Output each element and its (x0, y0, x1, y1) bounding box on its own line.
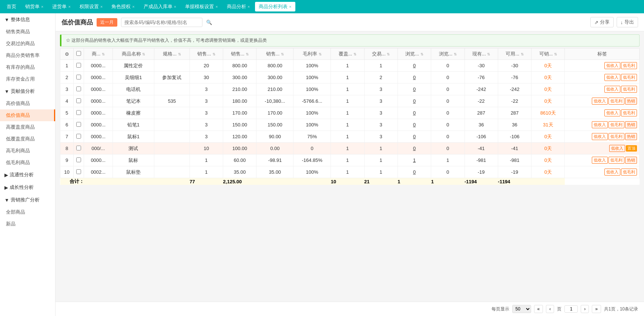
search-icon[interactable]: 🔍 (206, 20, 212, 25)
close-icon[interactable]: × (100, 4, 103, 9)
next-page-button[interactable]: › (581, 305, 589, 313)
row-sales3: 150.00 (256, 119, 294, 131)
sidebar-item-new-products[interactable]: 新品 (0, 218, 55, 230)
sidebar-item-stock-products[interactable]: 有库存的商品 (0, 61, 55, 73)
nav-home[interactable]: 首页 (3, 2, 20, 11)
col-margin[interactable]: 毛利率 ⇅ (294, 48, 331, 60)
row-views1[interactable]: 0 (398, 107, 431, 119)
col-sellable[interactable]: 可销... ⇅ (531, 48, 565, 60)
nav-product-analysis[interactable]: 商品分析 × (223, 2, 254, 11)
sidebar-group-contribution[interactable]: ▼ 贡献值分析 (0, 85, 55, 98)
col-coverage[interactable]: 覆盖... ⇅ (331, 48, 364, 60)
row-views1[interactable]: 1 (398, 154, 431, 166)
row-select-checkbox[interactable] (76, 86, 81, 91)
sidebar-group-growth[interactable]: ▶ 成长性分析 (0, 181, 55, 194)
row-views1[interactable]: 0 (398, 143, 431, 154)
row-checkbox[interactable] (74, 95, 84, 107)
sidebar-item-sales-products[interactable]: 销售类商品 (0, 26, 55, 38)
nav-template-settings[interactable]: 单据模板设置 × (181, 2, 221, 11)
sidebar-item-traded-products[interactable]: 交易过的商品 (0, 38, 55, 50)
col-available-stock[interactable]: 可用... ⇅ (498, 48, 531, 60)
sidebar-item-category-sales-rate[interactable]: 商品分类销售率 (0, 50, 55, 61)
share-icon: ⇗ (594, 20, 598, 25)
row-checkbox[interactable] (74, 60, 84, 72)
row-checkbox[interactable] (74, 166, 84, 178)
share-button[interactable]: ⇗ 分享 (590, 17, 614, 27)
export-button[interactable]: ↓ 导出 (617, 17, 638, 27)
col-code[interactable]: 商... ⇅ (84, 48, 113, 60)
sidebar-item-high-margin[interactable]: 高毛利商品 (0, 145, 55, 157)
col-sales1[interactable]: 销售... ⇅ (189, 48, 223, 60)
close-icon[interactable]: × (289, 4, 291, 9)
nav-sales-order[interactable]: 销货单 × (21, 2, 47, 11)
col-sales3[interactable]: 销售... ⇅ (256, 48, 294, 60)
col-name[interactable]: 商品名称 ⇅ (113, 48, 154, 60)
first-page-button[interactable]: « (534, 305, 543, 313)
sidebar-group-marketing[interactable]: ▼ 营销推广分析 (0, 194, 55, 206)
search-input[interactable] (121, 18, 202, 27)
row-select-checkbox[interactable] (76, 98, 81, 103)
row-coverage: 1 (331, 166, 364, 178)
row-views1[interactable]: 0 (398, 72, 431, 84)
col-settings[interactable]: ⚙ (60, 48, 74, 60)
col-sales2[interactable]: 销售... ⇅ (223, 48, 256, 60)
row-select-checkbox[interactable] (76, 122, 81, 127)
sidebar-item-low-coverage[interactable]: 低覆盖度商品 (0, 133, 55, 145)
row-checkbox[interactable] (74, 72, 84, 84)
close-icon[interactable]: × (41, 4, 43, 9)
page-number-input[interactable] (564, 305, 578, 313)
row-views1[interactable]: 0 (398, 95, 431, 107)
nav-permissions[interactable]: 权限设置 × (76, 2, 106, 11)
col-current-stock[interactable]: 现有... ⇅ (464, 48, 498, 60)
select-all-checkbox[interactable] (76, 51, 81, 56)
close-icon[interactable]: × (215, 4, 218, 9)
col-spec[interactable]: 规格... ⇅ (154, 48, 190, 60)
sidebar-item-low-value[interactable]: 低价值商品 (0, 109, 55, 121)
col-views2[interactable]: 浏览... ⇅ (431, 48, 464, 60)
data-table-container[interactable]: ⚙ 商... ⇅ 商品名称 ⇅ 规格... ⇅ 销售... ⇅ 销售... ⇅ … (60, 48, 640, 302)
row-checkbox[interactable] (74, 154, 84, 166)
close-icon[interactable]: × (132, 4, 134, 9)
col-transactions[interactable]: 交易... ⇅ (364, 48, 398, 60)
row-views1[interactable]: 0 (398, 84, 431, 95)
row-checkbox[interactable] (74, 84, 84, 95)
close-icon[interactable]: × (174, 4, 176, 9)
close-icon[interactable]: × (68, 4, 70, 9)
col-checkbox[interactable] (74, 48, 84, 60)
row-no: 1 (60, 60, 74, 72)
sidebar-item-high-coverage[interactable]: 高覆盖度商品 (0, 121, 55, 133)
sidebar-group-overview[interactable]: ▼ 整体信息 (0, 13, 55, 26)
sidebar-group-liquidity[interactable]: ▶ 流通性分析 (0, 169, 55, 181)
col-views1[interactable]: 浏览... ⇅ (398, 48, 431, 60)
row-select-checkbox[interactable] (76, 146, 81, 150)
prev-page-button[interactable]: ‹ (546, 305, 554, 313)
row-views1[interactable]: 0 (398, 119, 431, 131)
row-views1[interactable]: 0 (398, 131, 431, 143)
sidebar-item-all-products[interactable]: 全部商品 (0, 206, 55, 218)
filter-period-button[interactable]: 近一月 (97, 18, 117, 27)
row-checkbox[interactable] (74, 131, 84, 143)
row-checkbox[interactable] (74, 107, 84, 119)
row-checkbox[interactable] (74, 119, 84, 131)
sidebar-item-high-value[interactable]: 高价值商品 (0, 98, 55, 109)
row-select-checkbox[interactable] (76, 75, 81, 79)
per-page-select[interactable]: 50 100 200 (512, 305, 531, 313)
row-select-checkbox[interactable] (76, 110, 81, 115)
close-icon[interactable]: × (248, 4, 250, 9)
row-select-checkbox[interactable] (76, 157, 81, 162)
nav-product-analysis-list[interactable]: 商品分析列表 × (255, 2, 295, 11)
sidebar-item-inventory-capital[interactable]: 库存资金占用 (0, 73, 55, 85)
nav-role-auth[interactable]: 角色授权 × (108, 2, 138, 11)
row-no: 5 (60, 107, 74, 119)
row-checkbox[interactable] (74, 143, 84, 154)
row-select-checkbox[interactable] (76, 63, 81, 68)
row-current-stock: -76 (464, 72, 498, 84)
row-views1[interactable]: 0 (398, 166, 431, 178)
last-page-button[interactable]: » (592, 305, 601, 313)
sidebar-item-low-margin[interactable]: 低毛利商品 (0, 157, 55, 169)
row-select-checkbox[interactable] (76, 169, 81, 174)
nav-product-storage[interactable]: 产成品入库单 × (140, 2, 180, 11)
row-views1[interactable]: 0 (398, 60, 431, 72)
nav-purchase-order[interactable]: 进货单 × (48, 2, 74, 11)
row-select-checkbox[interactable] (76, 134, 81, 139)
